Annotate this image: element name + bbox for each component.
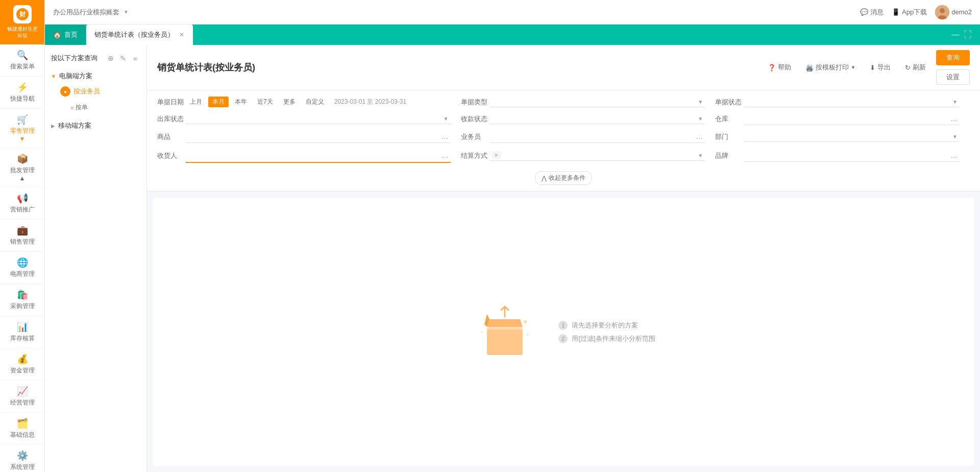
sidebar-item-system[interactable]: ⚙️ 系统管理 bbox=[0, 445, 44, 472]
page-header: 销货单统计表(按业务员) ❓ 帮助 🖨️ 按模板打印 ▼ ⬇ 导出 bbox=[147, 45, 980, 90]
messages-btn[interactable]: 💬 消息 bbox=[860, 8, 884, 17]
department-select[interactable]: ▼ bbox=[744, 132, 960, 142]
tab-home[interactable]: 🏠 首页 bbox=[45, 25, 86, 45]
date-filter: 上月 本月 本年 近7天 更多 自定义 2023-03-01 至 2023-03… bbox=[186, 97, 451, 107]
system-icon: ⚙️ bbox=[17, 450, 28, 461]
brand-input[interactable]: … bbox=[744, 149, 960, 162]
sidebar-item-business[interactable]: 📈 经营管理 bbox=[0, 381, 44, 413]
filter-consignee: 收货人 … bbox=[157, 148, 461, 163]
tab-home-label: 首页 bbox=[64, 30, 78, 39]
tab-minimize-icon[interactable]: — bbox=[951, 30, 960, 39]
tree-sub-order: ≡ 按单 bbox=[45, 99, 146, 116]
refresh-label: 刷新 bbox=[913, 63, 926, 72]
date-tab-this-month[interactable]: 本月 bbox=[208, 97, 229, 107]
sidebar-item-finance[interactable]: 💰 资金管理 bbox=[0, 348, 44, 381]
sidebar-item-ecommerce[interactable]: 🌐 电商管理 bbox=[0, 252, 44, 284]
export-label: 导出 bbox=[877, 63, 891, 72]
date-tab-this-year[interactable]: 本年 bbox=[231, 97, 251, 107]
date-tab-more[interactable]: 更多 bbox=[279, 97, 300, 107]
out-status-select[interactable]: ▼ bbox=[186, 114, 451, 124]
tree-child-salesperson[interactable]: ● 按业务员 bbox=[45, 84, 146, 99]
date-tab-last-month[interactable]: 上月 bbox=[186, 97, 206, 107]
consignee-input[interactable] bbox=[188, 149, 442, 161]
tab-close-report[interactable]: ✕ bbox=[179, 31, 184, 38]
basic-icon: 🗂️ bbox=[17, 418, 28, 429]
sidebar-item-basic[interactable]: 🗂️ 基础信息 bbox=[0, 413, 44, 445]
department-label: 部门 bbox=[715, 132, 744, 141]
sidebar-item-sales[interactable]: 💼 销售管理 bbox=[0, 220, 44, 252]
refresh-btn[interactable]: ↻ 刷新 bbox=[901, 61, 930, 74]
filter-date: 单据日期 上月 本月 本年 近7天 更多 自定义 2023-03-01 至 20… bbox=[157, 97, 461, 107]
settings-btn[interactable]: 设置 bbox=[936, 69, 970, 85]
collect-status-select[interactable]: ▼ bbox=[489, 114, 705, 124]
date-range-display: 2023-03-01 至 2023-03-31 bbox=[334, 98, 406, 106]
content-area: 按以下方案查询 ⊕ ✎ « ▼ 电脑端方案 bbox=[45, 45, 980, 472]
empty-state: 1 请先选择要分析的方案 2 用[过滤]条件来缩小分析范围 bbox=[153, 198, 974, 466]
sidebar-item-search[interactable]: 🔍 搜索菜单 bbox=[0, 44, 44, 77]
print-btn[interactable]: 🖨️ 按模板打印 ▼ bbox=[801, 61, 860, 74]
sidebar-item-marketing[interactable]: 📢 营销推广 bbox=[0, 187, 44, 220]
sidebar-item-inventory[interactable]: 📊 库存核算 bbox=[0, 316, 44, 348]
marketing-icon: 📢 bbox=[17, 193, 28, 204]
doc-status-arrow: ▼ bbox=[952, 99, 958, 105]
edit-scheme-btn[interactable]: ✎ bbox=[118, 53, 128, 63]
export-btn[interactable]: ⬇ 导出 bbox=[866, 61, 895, 74]
tree-sub-item-order-label: 按单 bbox=[76, 103, 88, 112]
add-scheme-btn[interactable]: ⊕ bbox=[106, 53, 116, 63]
salesperson-input[interactable]: … bbox=[489, 130, 705, 143]
message-icon: 💬 bbox=[860, 8, 868, 16]
help-label: 帮助 bbox=[778, 63, 791, 72]
empty-content: 1 请先选择要分析的方案 2 用[过滤]条件来缩小分析范围 bbox=[472, 299, 655, 365]
retail-icon: 🛒 bbox=[17, 114, 28, 125]
tab-expand-icon[interactable]: ⛶ bbox=[964, 30, 972, 39]
left-panel-header: 按以下方案查询 ⊕ ✎ « bbox=[45, 50, 146, 66]
doc-type-select[interactable]: ▼ bbox=[489, 97, 705, 107]
brand-dots: … bbox=[950, 151, 958, 159]
collapse-panel-btn[interactable]: « bbox=[130, 53, 140, 63]
tree-parent-desktop[interactable]: ▼ 电脑端方案 bbox=[45, 68, 146, 84]
filter-doc-status: 单据状态 ▼ bbox=[715, 97, 970, 107]
filter-settlement: 结算方式 × ▼ bbox=[461, 150, 716, 161]
doc-status-select[interactable]: ▼ bbox=[744, 97, 960, 107]
consignee-label: 收货人 bbox=[157, 151, 186, 160]
sidebar-item-purchase[interactable]: 🛍️ 采购管理 bbox=[0, 284, 44, 316]
goods-input[interactable]: … bbox=[186, 130, 451, 143]
filter-row-1: 单据日期 上月 本月 本年 近7天 更多 自定义 2023-03-01 至 20… bbox=[157, 97, 970, 107]
app-download-btn[interactable]: 📱 App下载 bbox=[892, 8, 927, 17]
sidebar-item-retail[interactable]: 🛒 零售管理 ▼ bbox=[0, 109, 44, 148]
sidebar-item-quick[interactable]: ⚡ 快捷导航 bbox=[0, 77, 44, 109]
salesperson-dots: … bbox=[696, 132, 703, 140]
date-tab-custom[interactable]: 自定义 bbox=[302, 97, 328, 107]
logo-subtitle: 标版 bbox=[17, 32, 28, 39]
department-arrow: ▼ bbox=[952, 134, 958, 139]
empty-tip-1: 1 请先选择要分析的方案 bbox=[558, 321, 655, 330]
user-avatar-btn[interactable]: demo2 bbox=[935, 5, 972, 19]
settlement-tag-close[interactable]: × bbox=[495, 152, 498, 159]
print-label: 按模板打印 bbox=[816, 63, 849, 72]
svg-point-7 bbox=[524, 320, 527, 323]
out-status-label: 出库状态 bbox=[157, 114, 186, 124]
collapse-btn[interactable]: ⋀ 收起更多条件 bbox=[535, 171, 592, 185]
quick-nav-icon: ⚡ bbox=[17, 82, 28, 93]
warehouse-input[interactable]: … bbox=[744, 112, 960, 125]
empty-illustration bbox=[472, 299, 538, 365]
tree-label-mobile: 移动端方案 bbox=[58, 121, 91, 130]
doc-status-label: 单据状态 bbox=[715, 98, 744, 107]
settlement-tag: × bbox=[492, 151, 501, 159]
query-btn[interactable]: 查询 bbox=[936, 50, 970, 65]
help-btn[interactable]: ❓ 帮助 bbox=[764, 61, 795, 74]
wholesale-icon: 📦 bbox=[17, 153, 28, 164]
page-selector[interactable]: 办公用品行业模拟账套 bbox=[53, 8, 119, 17]
tree-sub-item-order[interactable]: ≡ 按单 bbox=[66, 101, 146, 114]
sidebar-item-wholesale[interactable]: 📦 批发管理 ▲ bbox=[0, 148, 44, 187]
date-tab-7days[interactable]: 近7天 bbox=[253, 97, 277, 107]
filter-row-3: 商品 … 业务员 … 部门 bbox=[157, 130, 970, 143]
tab-report[interactable]: 销货单统计表（按业务员） ✕ bbox=[86, 25, 193, 45]
warehouse-dots: … bbox=[950, 114, 958, 123]
tree-parent-mobile[interactable]: ▶ 移动端方案 bbox=[45, 118, 146, 133]
order-icon: ≡ bbox=[70, 105, 74, 111]
svg-point-9 bbox=[527, 334, 529, 336]
filter-row-2: 出库状态 ▼ 收款状态 ▼ 仓库 bbox=[157, 112, 970, 125]
tab-actions: — ⛶ bbox=[951, 30, 980, 39]
settlement-arrow: ▼ bbox=[698, 153, 703, 158]
